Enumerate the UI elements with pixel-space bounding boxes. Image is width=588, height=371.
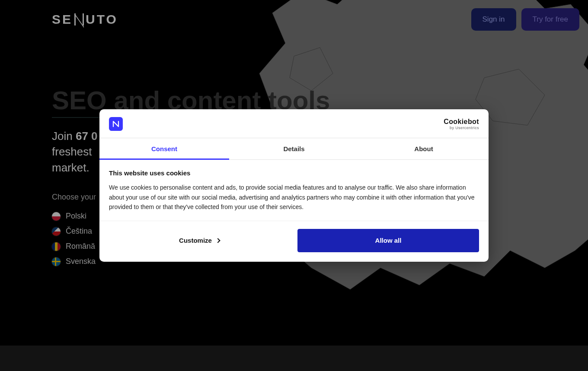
cookiebot-logo-text: Cookiebot [444,118,479,125]
customize-label: Customize [179,237,212,244]
tab-consent[interactable]: Consent [99,138,229,159]
modal-footer: Customize Allow all [99,221,489,262]
modal-tabs: Consent Details About [99,138,489,160]
tab-details[interactable]: Details [229,138,359,159]
modal-body: This website uses cookies We use cookies… [99,160,489,220]
customize-button[interactable]: Customize [109,229,290,252]
chevron-right-icon [215,238,220,243]
cookie-heading: This website uses cookies [109,169,479,177]
modal-backdrop: Cookiebot by Usercentrics Consent Detail… [0,0,588,371]
tab-about[interactable]: About [359,138,489,159]
cookie-description: We use cookies to personalise content an… [109,183,479,212]
cookie-consent-modal: Cookiebot by Usercentrics Consent Detail… [99,109,489,261]
site-brand-icon [109,117,123,131]
modal-header: Cookiebot by Usercentrics [99,109,489,138]
cookiebot-logo[interactable]: Cookiebot by Usercentrics [444,118,479,130]
page-root: SE UTO Sign in Try for free SEO and cont… [0,0,588,371]
allow-all-button[interactable]: Allow all [297,229,479,252]
cookiebot-logo-subtext: by Usercentrics [444,126,479,130]
